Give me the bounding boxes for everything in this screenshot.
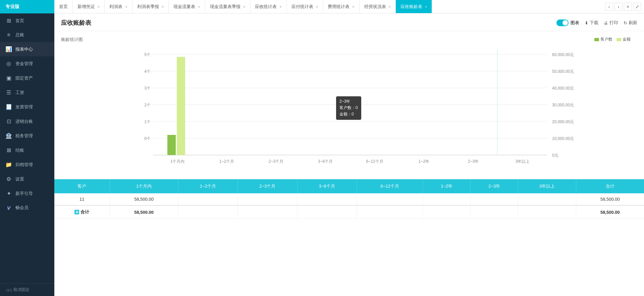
download-btn[interactable]: ⬇ 下载 (585, 20, 598, 26)
total-icon: 合 (74, 210, 79, 214)
sidebar-item-archive-label: 归档管理 (15, 162, 33, 168)
tab-aging[interactable]: 应收账龄表 × (396, 0, 432, 13)
tab-expense-stat-close[interactable]: × (352, 5, 354, 9)
invoice-icon: 🧾 (5, 104, 12, 110)
ledger-icon: ≡ (5, 32, 12, 38)
tab-voucher[interactable]: 新增凭证 × (73, 0, 105, 13)
toggle-pin-label: 取消固定 (13, 287, 30, 293)
tab-next-btn[interactable]: › (614, 3, 623, 11)
tax-icon: 🏦 (5, 133, 12, 139)
svg-text:3个: 3个 (144, 86, 151, 91)
svg-text:40,000.00元: 40,000.00元 (552, 86, 574, 91)
tab-business-stat[interactable]: 经营状况表 × (360, 0, 396, 13)
tab-profit-quarter[interactable]: 利润表季报 × (132, 0, 169, 13)
sidebar-item-capital[interactable]: ◎ 资金管理 (0, 56, 54, 71)
sidebar-item-ledger[interactable]: ≡ 总账 (0, 28, 54, 42)
capital-icon: ◎ (5, 60, 12, 67)
col-m612: 6~12个月 (357, 179, 423, 193)
total-m23 (238, 205, 297, 219)
cell-m12 (178, 193, 237, 205)
tab-bar: 首页 新增凭证 × 利润表 × 利润表季报 × 现金流量表 × 现金流量表季报 … (54, 0, 644, 13)
chart-title: 账龄统计图 (61, 37, 637, 43)
sidebar-item-report[interactable]: 📊 报表中心 (0, 42, 54, 56)
tab-cashflow-quarter-close[interactable]: × (243, 5, 245, 9)
tab-payable-stat-close[interactable]: × (316, 5, 318, 9)
tab-aging-close[interactable]: × (425, 5, 427, 9)
total-m36 (297, 205, 357, 219)
total-label-wrapper: 合 合计 (57, 209, 107, 215)
tab-profit-quarter-close[interactable]: × (162, 5, 164, 9)
total-row: 合 合计 58,500.00 58,500.00 (54, 205, 644, 219)
sidebar-item-tax[interactable]: 🏦 税务管理 (0, 129, 54, 143)
svg-text:30,000.00元: 30,000.00元 (552, 103, 574, 107)
tab-expense-stat[interactable]: 费用统计表 × (323, 0, 359, 13)
legend-amount: 金额 (616, 37, 631, 42)
sidebar-item-settle[interactable]: ⊠ 结账 (0, 143, 54, 157)
tab-payable-stat-label: 应付统计表 (291, 4, 313, 10)
page-actions: 图表 ⬇ 下载 🖨 打印 ↻ 刷新 (556, 19, 637, 26)
tab-close-all-btn[interactable]: × (624, 3, 632, 11)
chart-container: 账龄统计图 客户数 金额 5个 4个 (54, 31, 644, 177)
home-icon: ⊞ (5, 17, 12, 24)
print-label: 打印 (609, 20, 618, 26)
salary-icon: ☰ (5, 89, 12, 96)
cell-total: 58,500.00 (576, 193, 644, 205)
refresh-btn[interactable]: ↻ 刷新 (624, 20, 637, 26)
tab-prev-btn[interactable]: ‹ (605, 3, 613, 11)
svg-text:4个: 4个 (144, 69, 151, 74)
sidebar-item-archive[interactable]: 📁 归档管理 (0, 157, 54, 172)
download-icon: ⬇ (585, 20, 588, 26)
cell-y3plus (518, 193, 576, 205)
tab-receivable-stat-close[interactable]: × (279, 5, 281, 9)
tab-profit[interactable]: 利润表 × (105, 0, 132, 13)
sidebar-item-ledger-label: 总账 (15, 32, 24, 38)
col-total: 合计 (576, 179, 644, 193)
sidebar-item-settings[interactable]: ⚙ 设置 (0, 172, 54, 186)
tab-expense-stat-label: 费用统计表 (328, 4, 350, 10)
svg-text:50,000.00元: 50,000.00元 (552, 69, 574, 74)
col-y12: 1~2年 (423, 179, 471, 193)
tab-payable-stat[interactable]: 应付统计表 × (287, 0, 323, 13)
total-label-cell: 合 合计 (54, 205, 110, 219)
toggle-thumb (562, 20, 568, 26)
svg-text:0元: 0元 (552, 153, 558, 158)
svg-text:20,000.00元: 20,000.00元 (552, 119, 574, 124)
page-title: 应收账龄表 (61, 19, 91, 27)
toggle-track[interactable] (556, 19, 569, 26)
table-row: 11 58,500.00 58,500.00 (54, 193, 644, 205)
tab-receivable-stat[interactable]: 应收统计表 × (250, 0, 286, 13)
sidebar-item-guide[interactable]: ✦ 新手引导 (0, 186, 54, 201)
tab-maximize-btn[interactable]: ⤢ (633, 3, 641, 11)
tab-voucher-close[interactable]: × (98, 5, 100, 9)
sidebar-item-home[interactable]: ⊞ 首页 (0, 13, 54, 28)
tab-home-label: 首页 (59, 4, 68, 10)
sidebar-item-assets[interactable]: ▣ 固定资产 (0, 71, 54, 85)
tab-business-stat-close[interactable]: × (389, 5, 391, 9)
svg-text:1~2个月: 1~2个月 (219, 159, 234, 164)
total-y12 (423, 205, 471, 219)
sidebar-item-salary[interactable]: ☰ 工资 (0, 85, 54, 100)
sidebar-item-stock[interactable]: ⊡ 进销台账 (0, 114, 54, 129)
chart-toggle[interactable]: 图表 (556, 19, 579, 26)
tab-cashflow[interactable]: 现金流量表 × (169, 0, 205, 13)
tab-profit-close[interactable]: × (125, 5, 127, 9)
svg-text:2~3年: 2~3年 (468, 159, 479, 164)
svg-text:1个: 1个 (144, 119, 151, 124)
svg-text:10,000.00元: 10,000.00元 (552, 136, 574, 141)
tab-home[interactable]: 首页 (54, 0, 73, 13)
toggle-label: 图表 (571, 20, 579, 26)
legend-customer-label: 客户数 (600, 37, 612, 42)
print-btn[interactable]: 🖨 打印 (604, 20, 618, 26)
cell-m23 (238, 193, 297, 205)
col-m12: 1~2个月 (178, 179, 237, 193)
cell-y12 (423, 193, 471, 205)
app-logo: 专业版 (0, 0, 54, 13)
toggle-pin-btn[interactable]: ◁◁ 取消固定 (0, 283, 54, 296)
aging-table: 客户 1个月内 1~2个月 2~3个月 3~6个月 6~12个月 1~2年 2~… (54, 179, 644, 219)
tab-cashflow-close[interactable]: × (198, 5, 200, 9)
sidebar-item-member[interactable]: V 畅会员 (0, 201, 54, 215)
sidebar-item-invoice[interactable]: 🧾 发票管理 (0, 100, 54, 114)
svg-text:3~6个月: 3~6个月 (318, 159, 333, 164)
tab-cashflow-quarter[interactable]: 现金流量表季报 × (205, 0, 250, 13)
svg-text:0个: 0个 (144, 136, 151, 141)
